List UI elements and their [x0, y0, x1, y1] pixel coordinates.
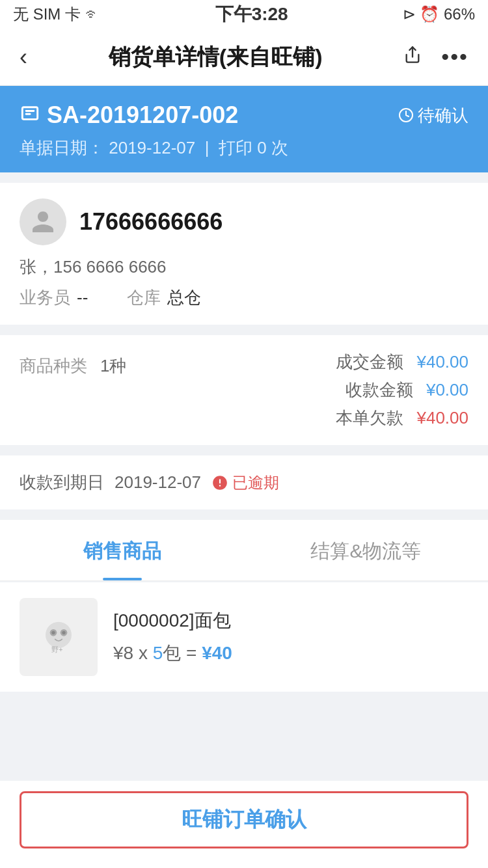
sales-meta: 业务员 -- — [20, 286, 88, 309]
owed-value: ¥40.00 — [416, 408, 468, 428]
equals-sign: = — [181, 643, 202, 663]
sim-label: 无 SIM 卡 ᯤ — [13, 4, 101, 25]
bottom-bar: 旺铺订单确认 — [0, 781, 488, 868]
order-meta: 单据日期： 2019-12-07 | 打印 0 次 — [20, 137, 468, 159]
customer-avatar — [20, 198, 66, 245]
amount-label: 成交金额 — [336, 351, 403, 373]
due-date-card: 收款到期日 2019-12-07 已逾期 — [0, 455, 488, 509]
svg-point-5 — [46, 622, 72, 648]
page-title: 销货单详情(来自旺铺) — [109, 42, 323, 72]
tabs-row: 销售商品 结算&物流等 — [0, 520, 488, 581]
more-icon[interactable]: ••• — [441, 44, 468, 70]
nav-bar: ‹ 销货单详情(来自旺铺) ••• — [0, 29, 488, 86]
product-type-value: 1种 — [100, 355, 126, 377]
unit-label: 包 — [163, 643, 181, 663]
sales-label: 业务员 — [20, 286, 70, 309]
customer-row: 17666666666 — [20, 198, 468, 245]
owed-row: 本单欠款 ¥40.00 — [336, 407, 468, 429]
product-name-text: 面包 — [195, 610, 231, 631]
product-info: [0000002]面包 ¥8 x 5包 = ¥40 — [113, 608, 468, 666]
order-header: SA-20191207-002 待确认 单据日期： 2019-12-07 | 打… — [0, 86, 488, 172]
due-date: 2019-12-07 — [115, 472, 201, 493]
received-row: 收款金额 ¥0.00 — [346, 379, 468, 401]
tabs-container: 销售商品 结算&物流等 — [0, 520, 488, 581]
status-bar: 无 SIM 卡 ᯤ 下午3:28 ⊳ ⏰ 66% — [0, 0, 488, 29]
svg-point-9 — [62, 631, 65, 634]
quantity-value: 5 — [153, 643, 163, 663]
customer-meta: 业务员 -- 仓库 总仓 — [20, 286, 468, 309]
customer-card: 17666666666 张，156 6666 6666 业务员 -- 仓库 总仓 — [0, 183, 488, 325]
status-text: 待确认 — [418, 104, 468, 127]
overdue-badge: 已逾期 — [211, 472, 279, 493]
order-id-text: SA-20191207-002 — [47, 102, 238, 129]
sales-value: -- — [77, 288, 88, 308]
product-name: [0000002]面包 — [113, 608, 468, 633]
due-label: 收款到期日 — [20, 471, 104, 494]
received-label: 收款金额 — [346, 379, 413, 401]
nav-actions: ••• — [403, 44, 468, 70]
product-type-label: 商品种类 — [20, 355, 87, 377]
warehouse-label: 仓库 — [127, 286, 161, 309]
product-thumbnail: 野+ — [20, 598, 98, 676]
status-time: 下午3:28 — [215, 2, 288, 27]
battery-label: ⊳ ⏰ 66% — [403, 5, 475, 23]
price-label: ¥8 x — [113, 643, 153, 663]
amount-stats: 成交金额 ¥40.00 收款金额 ¥0.00 本单欠款 ¥40.00 — [336, 351, 468, 429]
svg-text:野+: 野+ — [51, 645, 62, 653]
overdue-text: 已逾期 — [232, 472, 279, 493]
customer-name: 张，156 6666 6666 — [20, 256, 468, 278]
tab-settlement[interactable]: 结算&物流等 — [244, 520, 488, 580]
product-code: [0000002] — [113, 610, 195, 631]
warehouse-value: 总仓 — [167, 286, 201, 309]
total-value: ¥40 — [202, 643, 232, 663]
tab-sales[interactable]: 销售商品 — [0, 520, 244, 580]
warehouse-meta: 仓库 总仓 — [127, 286, 201, 309]
amount-value: ¥40.00 — [416, 352, 468, 372]
order-icon — [20, 104, 40, 127]
order-id-row: SA-20191207-002 — [20, 102, 238, 129]
owed-label: 本单欠款 — [336, 407, 403, 429]
product-type: 商品种类 1种 — [20, 351, 336, 377]
status-right: ⊳ ⏰ 66% — [403, 5, 475, 23]
product-price-row: ¥8 x 5包 = ¥40 — [113, 641, 468, 666]
customer-phone: 17666666666 — [79, 208, 223, 236]
product-card: 野+ [0000002]面包 ¥8 x 5包 = ¥40 — [0, 582, 488, 692]
order-status: 待确认 — [398, 104, 468, 127]
share-icon[interactable] — [403, 46, 422, 68]
confirm-button[interactable]: 旺铺订单确认 — [20, 791, 468, 848]
amount-row: 成交金额 ¥40.00 — [336, 351, 468, 373]
svg-point-8 — [51, 631, 55, 634]
status-left: 无 SIM 卡 ᯤ — [13, 4, 101, 25]
received-value: ¥0.00 — [426, 380, 468, 400]
stats-card: 商品种类 1种 成交金额 ¥40.00 收款金额 ¥0.00 本单欠款 ¥40.… — [0, 335, 488, 445]
back-button[interactable]: ‹ — [20, 44, 27, 71]
